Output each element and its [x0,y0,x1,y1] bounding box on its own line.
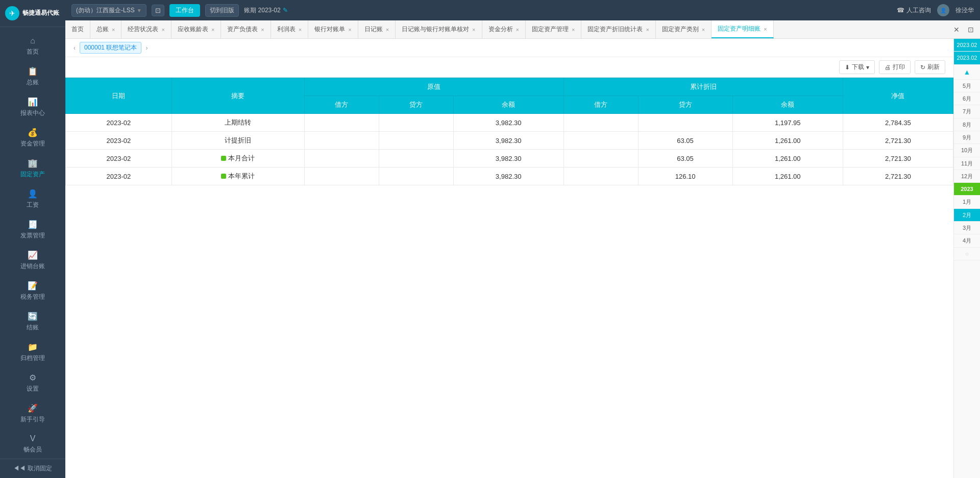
assets-detail-table: 日期 摘要 原值 累计折旧 净值 借方 贷方 余额 借方 贷方 余额 [65,78,953,185]
tab-journalbank[interactable]: 日记账与银行对账单核对 × [396,20,482,38]
tab-fixedassetmgmt-close[interactable]: × [572,27,575,33]
tab-deprstats-close[interactable]: × [646,27,649,33]
tab-bizstatus[interactable]: 经营状况表 × [121,20,171,38]
sidebar-item-invoice[interactable]: 🧾 发票管理 [0,214,65,245]
download-arrow-icon: ▾ [866,64,869,71]
sidebar-item-assets[interactable]: 🏢 固定资产 [0,153,65,184]
cell-yuanzhi-balance: 3,982.30 [453,150,564,168]
tab-fixedassetmgmt-label: 固定资产管理 [532,25,569,34]
period-edit-icon[interactable]: ✎ [283,7,288,14]
tab-assets-table-close[interactable]: × [261,27,264,33]
topbar: (勿动）江西服企-LSS ▼ ⊡ 工作台 切到旧版 账期 2023-02 ✎ ☎… [65,0,980,20]
sidebar-item-payroll[interactable]: 👤 工资 [0,184,65,214]
table-row: 2023-02 计提折旧 3,982.30 63.05 1,261.00 2,7… [66,132,953,150]
right-panel-month-12[interactable]: 12月 [954,170,980,183]
tab-capitalanalysis-close[interactable]: × [516,27,519,33]
right-panel-nav-up[interactable]: ▲ [954,65,980,80]
tab-capitalanalysis[interactable]: 资金分析 × [482,20,526,38]
refresh-button[interactable]: ↻ 刷新 [915,60,945,74]
tab-assetsdetail-close[interactable]: × [764,26,767,32]
archive-icon: 📁 [28,342,38,352]
right-panel-month-9[interactable]: 9月 [954,131,980,144]
sidebar-item-reports[interactable]: 📊 报表中心 [0,92,65,123]
right-panel-date-top2[interactable]: 2023.02 [954,52,980,64]
right-panel-month-5[interactable]: 5月 [954,80,980,92]
tab-ledger[interactable]: 总账 × [90,20,121,38]
sidebar-item-settle[interactable]: 🔄 结账 [0,306,65,337]
tab-close-all-icon[interactable]: ✕ [951,25,962,35]
tab-receivable-close[interactable]: × [211,27,214,33]
th-leiji-credit: 贷方 [638,96,732,114]
right-panel-date-top1[interactable]: 2023.02 [954,39,980,52]
table-row: 2023-02 上期结转 3,982.30 1,197.95 2,784.35 [66,114,953,132]
tab-receivable-label: 应收账龄表 [178,25,208,34]
tab-expand-icon[interactable]: ⊡ [966,25,976,35]
tab-home[interactable]: 首页 [65,20,90,38]
sidebar-item-label: 发票管理 [20,231,45,240]
sidebar-item-ledger[interactable]: 📋 总账 [0,61,65,92]
table-container: 日期 摘要 原值 累计折旧 净值 借方 贷方 余额 借方 贷方 余额 [65,78,953,478]
tab-journal-close[interactable]: × [386,27,389,33]
right-panel-month-4[interactable]: 4月 [954,234,980,247]
tab-ledger-close[interactable]: × [112,27,115,33]
tab-assets-table-label: 资产负债表 [227,25,258,34]
sidebar-menu: ⌂ 首页 📋 总账 📊 报表中心 💰 资金管理 🏢 固定资产 👤 工资 🧾 发票… [0,27,65,459]
sidebar-item-archive[interactable]: 📁 归档管理 [0,337,65,368]
cell-yuanzhi-credit [379,168,453,185]
tab-receivable[interactable]: 应收账龄表 × [172,20,221,38]
workbench-button[interactable]: 工作台 [169,4,200,17]
tab-assetstype-close[interactable]: × [702,27,705,33]
right-panel-month-7[interactable]: 7月 [954,105,980,118]
settle-icon: 🔄 [28,312,38,321]
cell-yuanzhi-balance: 3,982.30 [453,132,564,150]
th-original-value: 原值 [305,78,564,96]
tab-bizstatus-close[interactable]: × [161,27,164,33]
sidebar-item-capital[interactable]: 💰 资金管理 [0,123,65,153]
tab-journal-label: 日记账 [364,25,383,34]
tab-deprstats[interactable]: 固定资产折旧统计表 × [581,20,655,38]
print-button[interactable]: 🖨 打印 [879,60,911,74]
tab-bankbook-close[interactable]: × [348,27,351,33]
right-panel-month-1[interactable]: 1月 [954,196,980,208]
service-label: 人工咨询 [906,6,931,15]
right-panel-month-2-current[interactable]: 2月 [954,209,980,222]
copy-button[interactable]: ⊡ [152,5,164,16]
subnav-next-arrow[interactable]: › [145,44,148,52]
cell-leiji-balance: 1,261.00 [732,150,843,168]
tab-assetstype[interactable]: 固定资产类别 × [656,20,712,38]
sidebar-item-home[interactable]: ⌂ 首页 [0,31,65,61]
cell-summary: 计提折旧 [172,132,304,150]
tab-bankbook[interactable]: 银行对账单 × [308,20,358,38]
sidebar-item-settings[interactable]: ⚙ 设置 [0,368,65,398]
sidebar-item-guide[interactable]: 🚀 新手引导 [0,398,65,429]
right-panel-month-10[interactable]: 10月 [954,144,980,157]
tab-assetstype-label: 固定资产类别 [662,25,699,34]
tab-fixedassetmgmt[interactable]: 固定资产管理 × [526,20,581,38]
company-selector[interactable]: (勿动）江西服企-LSS ▼ [71,4,146,17]
sidebar-item-tax[interactable]: 📝 税务管理 [0,276,65,306]
logo-icon: ✈ [5,6,19,20]
tab-journal[interactable]: 日记账 × [358,20,396,38]
service-button[interactable]: ☎ 人工咨询 [897,6,931,15]
tab-assetsdetail[interactable]: 固定资产明细账 × [712,20,773,38]
right-panel-nav-down[interactable]: ○ [954,248,980,260]
tab-assets-table[interactable]: 资产负债表 × [221,20,271,38]
tab-profit-close[interactable]: × [299,27,302,33]
cell-net-value: 2,721.30 [843,168,953,185]
table-row: 2023-02 本年累计 3,982.30 126.10 1,261.00 2,… [66,168,953,185]
subnav-prev-arrow[interactable]: ‹ [74,44,76,52]
sidebar-item-sales[interactable]: 📈 进销台账 [0,245,65,276]
right-panel-month-11[interactable]: 11月 [954,157,980,170]
right-panel-month-3[interactable]: 3月 [954,222,980,234]
tab-journalbank-close[interactable]: × [472,27,475,33]
download-button[interactable]: ⬇ 下载 ▾ [839,60,875,74]
right-panel-month-8[interactable]: 8月 [954,118,980,131]
subnav-asset-item[interactable]: 000001 联想笔记本 [80,42,141,54]
tab-profit[interactable]: 利润表 × [271,20,308,38]
sidebar-pin-toggle[interactable]: ◀◀ 取消固定 [0,459,65,478]
username[interactable]: 徐泾华 [955,6,974,15]
oldversion-button[interactable]: 切到旧版 [205,4,239,17]
right-panel-month-6[interactable]: 6月 [954,92,980,105]
cell-leiji-credit: 63.05 [638,132,732,150]
sidebar-item-vip[interactable]: V 畅会员 [0,429,65,459]
